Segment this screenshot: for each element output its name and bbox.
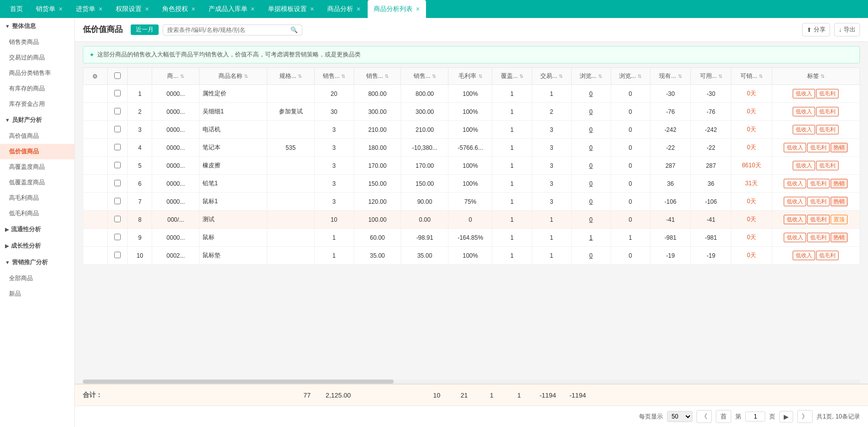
sidebar-item-stocked-goods[interactable]: 有库存的商品: [0, 81, 74, 96]
search-icon[interactable]: 🔍: [290, 26, 298, 33]
pv1-link[interactable]: 0: [589, 162, 593, 169]
sidebar-item-sales-goods[interactable]: 销售类商品: [0, 34, 74, 50]
row-checkbox[interactable]: [114, 252, 121, 258]
sidebar-item-category-sales[interactable]: 商品分类销售率: [0, 65, 74, 81]
nav-sales-order[interactable]: 销货单✕: [30, 0, 69, 18]
prev-page-button[interactable]: 首: [716, 410, 731, 423]
date-badge[interactable]: 近一月: [131, 24, 159, 35]
row-checkbox[interactable]: [114, 126, 121, 132]
row-pv1[interactable]: 0: [571, 175, 611, 193]
nav-product-analysis[interactable]: 商品分析✕: [321, 0, 367, 18]
last-page-button[interactable]: 》: [797, 410, 813, 423]
col-settings[interactable]: ⚙: [83, 68, 108, 85]
sidebar-group-overall[interactable]: ▼整体信息: [0, 18, 74, 34]
row-pv1[interactable]: 0: [571, 157, 611, 175]
row-pv1[interactable]: 0: [571, 247, 611, 265]
sidebar-group-marketing[interactable]: ▼营销推广分析: [0, 254, 74, 271]
sidebar-item-all-goods[interactable]: 全部商品: [0, 271, 74, 286]
nav-template-setting[interactable]: 单据模板设置✕: [262, 0, 320, 18]
sidebar-item-high-coverage[interactable]: 高覆盖度商品: [0, 159, 74, 175]
pv1-link[interactable]: 0: [589, 198, 593, 205]
pv1-link[interactable]: 0: [589, 108, 593, 115]
close-icon[interactable]: ✕: [191, 6, 196, 12]
close-icon[interactable]: ✕: [145, 6, 149, 12]
close-icon[interactable]: ✕: [416, 6, 420, 12]
close-icon[interactable]: ✕: [356, 6, 361, 12]
row-pv1[interactable]: 0: [571, 193, 611, 211]
pv1-link[interactable]: 0: [589, 126, 593, 133]
row-checkbox-cell[interactable]: [107, 121, 128, 139]
horizontal-scrollbar[interactable]: [83, 380, 860, 384]
col-sell-header[interactable]: 可销... ⇅: [731, 68, 772, 85]
row-checkbox-cell[interactable]: [107, 103, 128, 121]
row-checkbox-cell[interactable]: [107, 247, 128, 265]
row-checkbox[interactable]: [114, 90, 121, 96]
pv1-link[interactable]: 0: [589, 180, 593, 187]
close-icon[interactable]: ✕: [250, 6, 255, 12]
col-stock1-header[interactable]: 现有... ⇅: [650, 68, 690, 85]
row-checkbox[interactable]: [114, 180, 121, 186]
pv1-link[interactable]: 0: [589, 90, 593, 97]
close-icon[interactable]: ✕: [98, 6, 103, 12]
per-page-select[interactable]: 50 100 200: [667, 411, 692, 422]
pv1-link[interactable]: 0: [589, 216, 593, 223]
col-trade-header[interactable]: 交易... ⇅: [532, 68, 571, 85]
select-all-checkbox[interactable]: [114, 72, 121, 79]
pv1-link[interactable]: 0: [589, 144, 593, 151]
sidebar-item-low-value[interactable]: 低价值商品: [0, 144, 74, 159]
col-spec-header[interactable]: 规格... ⇅: [267, 68, 314, 85]
col-sale-amt-header[interactable]: 销售... ⇅: [354, 68, 401, 85]
row-checkbox-cell[interactable]: [107, 211, 128, 229]
export-button[interactable]: ↓ 导出: [834, 23, 860, 36]
sidebar-group-financial[interactable]: ▼员财产分析: [0, 112, 74, 128]
row-pv1[interactable]: 1: [571, 229, 611, 247]
row-checkbox-cell[interactable]: [107, 85, 128, 103]
nav-home[interactable]: 首页: [4, 0, 29, 18]
row-pv1[interactable]: 0: [571, 103, 611, 121]
row-checkbox[interactable]: [114, 234, 121, 240]
col-pv1-header[interactable]: 浏览... ⇅: [571, 68, 611, 85]
col-coverage-header[interactable]: 覆盖... ⇅: [492, 68, 532, 85]
col-sale-qty-header[interactable]: 销售... ⇅: [314, 68, 354, 85]
sidebar-item-low-coverage[interactable]: 低覆盖度商品: [0, 175, 74, 190]
nav-permission-setting[interactable]: 权限设置✕: [110, 0, 155, 18]
col-tag-header[interactable]: 标签 ⇅: [772, 68, 860, 85]
row-pv1[interactable]: 0: [571, 211, 611, 229]
row-pv1[interactable]: 0: [571, 121, 611, 139]
col-checkbox-all[interactable]: [107, 68, 128, 85]
nav-product-instock[interactable]: 产成品入库单✕: [203, 0, 261, 18]
nav-product-analysis-list[interactable]: 商品分析列表✕: [368, 0, 426, 18]
next-page-button[interactable]: ▶: [779, 411, 793, 423]
sidebar-item-stock-capital[interactable]: 库存资金占用: [0, 96, 74, 112]
col-stock2-header[interactable]: 可用... ⇅: [691, 68, 731, 85]
col-sale-val-header[interactable]: 销售... ⇅: [401, 68, 448, 85]
col-code-header[interactable]: 商... ⇅: [152, 68, 200, 85]
row-pv1[interactable]: 0: [571, 85, 611, 103]
close-icon[interactable]: ✕: [310, 6, 314, 12]
row-checkbox[interactable]: [114, 198, 121, 204]
sidebar-item-low-margin[interactable]: 低毛利商品: [0, 206, 74, 221]
first-page-button[interactable]: 《: [696, 410, 712, 423]
nav-purchase-order[interactable]: 进货单✕: [70, 0, 109, 18]
sidebar-item-high-margin[interactable]: 高毛利商品: [0, 190, 74, 206]
scrollbar-thumb[interactable]: [83, 380, 394, 384]
row-checkbox-cell[interactable]: [107, 139, 128, 157]
share-button[interactable]: ⬆ 分享: [802, 23, 830, 36]
col-gross-header[interactable]: 毛利率 ⇅: [448, 68, 492, 85]
row-checkbox-cell[interactable]: [107, 229, 128, 247]
nav-role-auth[interactable]: 角色授权✕: [156, 0, 202, 18]
sidebar-item-new-goods[interactable]: 新品: [0, 286, 74, 302]
sidebar-group-growth[interactable]: ▶成长性分析: [0, 238, 74, 254]
close-icon[interactable]: ✕: [58, 6, 63, 12]
pv1-link[interactable]: 0: [589, 252, 593, 259]
row-checkbox-cell[interactable]: [107, 175, 128, 193]
pv1-link[interactable]: 1: [589, 234, 593, 241]
sidebar-item-high-value[interactable]: 高价值商品: [0, 128, 74, 144]
col-pv2-header[interactable]: 浏览... ⇅: [611, 68, 650, 85]
row-checkbox-cell[interactable]: [107, 193, 128, 211]
row-checkbox[interactable]: [114, 162, 121, 168]
col-name-header[interactable]: 商品名称 ⇅: [200, 68, 267, 85]
row-pv1[interactable]: 0: [571, 139, 611, 157]
search-input[interactable]: [167, 26, 288, 33]
page-number-input[interactable]: [745, 412, 765, 422]
